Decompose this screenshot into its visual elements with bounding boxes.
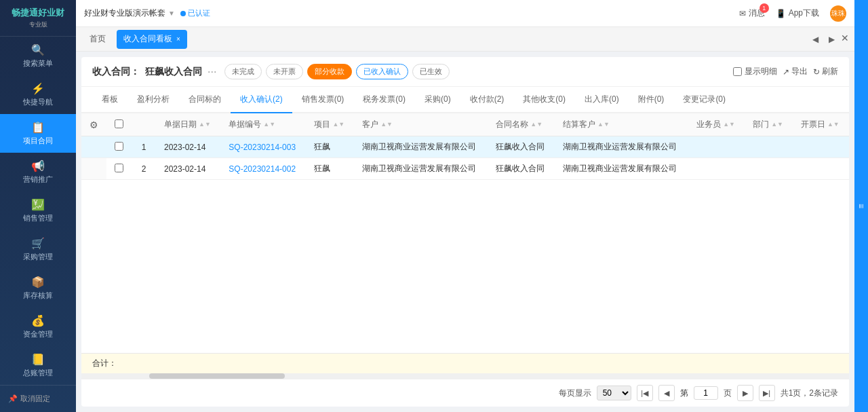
tab-board[interactable]: 看板 xyxy=(92,87,127,113)
tab-close-icon[interactable]: × xyxy=(176,35,180,43)
unpin-button[interactable]: 📌 取消固定 xyxy=(5,391,71,407)
company-selector[interactable]: 好业财专业版演示帐套 ▼ xyxy=(84,7,175,19)
row2-number-link[interactable]: SQ-20230214-002 xyxy=(229,164,296,174)
sort-salesperson[interactable]: 业务员 ▲▼ xyxy=(696,119,736,130)
sidebar-item-quicknav[interactable]: ⚡ 快捷导航 xyxy=(0,75,76,114)
col-customer-header: 客户 ▲▼ xyxy=(354,113,488,136)
tab-contract-subject[interactable]: 合同标的 xyxy=(179,87,231,113)
sidebar-item-search[interactable]: 🔍 搜索菜单 xyxy=(0,37,76,75)
sort-open-date[interactable]: 开票日 ▲▼ xyxy=(801,119,841,130)
phone-icon: 📱 xyxy=(776,9,786,18)
select-all-checkbox[interactable] xyxy=(115,119,123,128)
row1-select-checkbox[interactable] xyxy=(115,142,123,151)
status-effective[interactable]: 已生效 xyxy=(412,64,450,79)
app-download-button[interactable]: 📱 App下载 xyxy=(776,7,819,19)
show-detail-checkbox[interactable] xyxy=(733,67,742,76)
customer-col-label: 客户 xyxy=(362,119,378,130)
tab-payment[interactable]: 收付款(2) xyxy=(460,87,514,113)
row2-customer: 湖南卫视商业运营发展有限公司 xyxy=(354,158,488,180)
sort-icon-customer: ▲▼ xyxy=(380,121,393,128)
tab-profit-analysis[interactable]: 盈利分析 xyxy=(127,87,179,113)
tab-other-income[interactable]: 其他收支(0) xyxy=(513,87,575,113)
sidebar: 畅捷通好业财 专业版 🔍 搜索菜单 ⚡ 快捷导航 📋 项目合同 📢 营销推广 💹… xyxy=(0,0,76,412)
tab-tax-invoice[interactable]: 税务发票(0) xyxy=(353,87,415,113)
tab-income-confirmation[interactable]: 收入确认(2) xyxy=(231,87,292,113)
row1-number: SQ-20230214-003 xyxy=(220,136,306,158)
status-partial-receipt[interactable]: 部分收款 xyxy=(307,64,352,79)
tab-home[interactable]: 首页 xyxy=(81,30,114,49)
col-rownum-header xyxy=(132,113,156,136)
user-initials: 珠珠 xyxy=(831,9,845,18)
sort-contract[interactable]: 合同名称 ▲▼ xyxy=(496,119,547,130)
sort-icon-open-date: ▲▼ xyxy=(827,121,840,128)
export-button[interactable]: ↗ 导出 xyxy=(783,66,808,77)
show-detail-checkbox-label[interactable]: 显示明细 xyxy=(733,66,777,77)
row1-contract: 狂飙收入合同 xyxy=(488,136,555,158)
row1-num: 1 xyxy=(132,136,156,158)
sort-project[interactable]: 项目 ▲▼ xyxy=(314,119,346,130)
message-button[interactable]: ✉ 消息 1 xyxy=(739,7,765,19)
row2-project: 狂飙 xyxy=(306,158,354,180)
scroll-thumb[interactable] xyxy=(149,373,285,379)
row1-date: 2023-02-14 xyxy=(156,136,220,158)
prev-tab-button[interactable]: ◀ xyxy=(808,33,822,46)
tab-purchase[interactable]: 采购(0) xyxy=(415,87,460,113)
sidebar-item-inventory[interactable]: 📦 库存核算 xyxy=(0,269,76,307)
row1-result-customer: 湖南卫视商业运营发展有限公司 xyxy=(555,136,688,158)
user-avatar[interactable]: 珠珠 xyxy=(830,5,846,22)
last-page-button[interactable]: ▶| xyxy=(759,385,775,401)
refresh-button[interactable]: ↻ 刷新 xyxy=(813,66,838,77)
sidebar-item-marketing[interactable]: 📢 营销推广 xyxy=(0,153,76,191)
tab-warehouse[interactable]: 出入库(0) xyxy=(575,87,629,113)
sidebar-item-finance[interactable]: 💰 资金管理 xyxy=(0,307,76,346)
page-number-input[interactable] xyxy=(694,386,718,400)
sort-customer[interactable]: 客户 ▲▼ xyxy=(362,119,479,130)
page-size-label: 每页显示 xyxy=(559,388,591,399)
ledger-icon: 📒 xyxy=(31,353,45,366)
sidebar-item-sales[interactable]: 💹 销售管理 xyxy=(0,191,76,230)
column-settings-icon[interactable]: ⚙ xyxy=(90,119,98,130)
active-tab-label: 收入合同看板 xyxy=(123,33,172,45)
close-button[interactable]: ✕ xyxy=(841,33,849,46)
sort-result-customer[interactable]: 结算客户 ▲▼ xyxy=(563,119,680,130)
table-row[interactable]: 2 2023-02-14 SQ-20230214-002 狂飙 湖南卫视商业运营… xyxy=(81,158,849,180)
table-row[interactable]: 1 2023-02-14 SQ-20230214-003 狂飙 湖南卫视商业运营… xyxy=(81,136,849,158)
sort-date[interactable]: 单据日期 ▲▼ xyxy=(164,119,212,130)
right-panel[interactable]: ≡ xyxy=(854,0,868,412)
sidebar-item-purchase[interactable]: 🛒 采购管理 xyxy=(0,230,76,269)
status-income-confirmed[interactable]: 已收入确认 xyxy=(356,64,408,79)
sort-number[interactable]: 单据编号 ▲▼ xyxy=(229,119,298,130)
tab-sales-invoice[interactable]: 销售发票(0) xyxy=(292,87,354,113)
prev-page-button[interactable]: ◀ xyxy=(658,385,675,401)
project-col-label: 项目 xyxy=(314,119,330,130)
col-number-header: 单据编号 ▲▼ xyxy=(220,113,306,136)
next-tab-button[interactable]: ▶ xyxy=(825,33,838,46)
sort-icon-contract: ▲▼ xyxy=(530,121,542,128)
status-uninvoiced[interactable]: 未开票 xyxy=(266,64,303,79)
export-icon: ↗ xyxy=(783,67,789,77)
tab-attachments[interactable]: 附件(0) xyxy=(629,87,674,113)
horizontal-scrollbar[interactable] xyxy=(81,373,849,379)
first-page-button[interactable]: |◀ xyxy=(637,385,653,401)
sort-department[interactable]: 部门 ▲▼ xyxy=(753,119,785,130)
sidebar-item-project-contract[interactable]: 📋 项目合同 xyxy=(0,114,76,153)
more-options-button[interactable]: ··· xyxy=(208,66,216,78)
sidebar-bottom: 📌 取消固定 xyxy=(0,385,76,412)
tab-contract-board[interactable]: 收入合同看板 × xyxy=(117,30,187,49)
department-col-label: 部门 xyxy=(753,119,769,130)
row1-number-link[interactable]: SQ-20230214-003 xyxy=(229,143,296,152)
row1-salesperson xyxy=(688,136,745,158)
inventory-icon: 📦 xyxy=(31,276,45,288)
row2-select-checkbox[interactable] xyxy=(115,164,123,172)
tab-change-log[interactable]: 变更记录(0) xyxy=(673,87,735,113)
sidebar-item-label: 项目合同 xyxy=(23,136,53,146)
sidebar-item-label: 资金管理 xyxy=(23,329,53,339)
sidebar-item-label: 搜索菜单 xyxy=(23,58,53,69)
sidebar-item-ledger[interactable]: 📒 总账管理 xyxy=(0,346,76,385)
message-icon: ✉ xyxy=(739,9,746,18)
page-size-select[interactable]: 50 100 200 xyxy=(597,386,631,400)
cert-dot-icon xyxy=(180,11,186,16)
next-page-button[interactable]: ▶ xyxy=(737,385,753,401)
project-icon: 📋 xyxy=(31,121,45,134)
status-incomplete[interactable]: 未完成 xyxy=(224,64,262,79)
